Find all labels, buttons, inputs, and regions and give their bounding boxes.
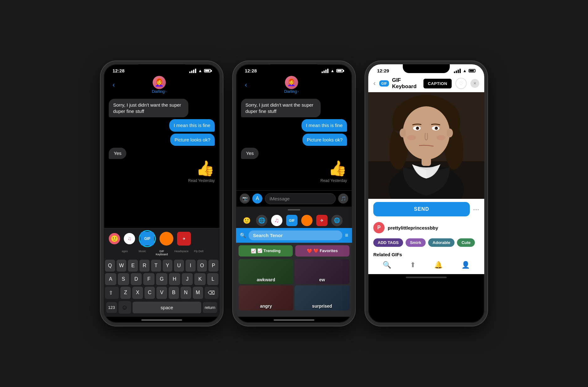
app-2-gif[interactable]: GIF: [286, 215, 297, 226]
message-incoming-1: Sorry, I just didn't want the super dupe…: [109, 99, 188, 117]
app-2-globe2[interactable]: 🌐: [331, 215, 343, 226]
user-info-bar: P prettylittleprincessbby: [368, 220, 484, 236]
key-y[interactable]: Y: [163, 260, 173, 272]
close-button-3[interactable]: ✕: [470, 79, 479, 88]
key-delete[interactable]: ⌫: [205, 287, 218, 299]
thumbs-up-1: 👍: [196, 161, 215, 176]
key-r[interactable]: R: [139, 260, 150, 272]
gif-badge: GIF: [379, 80, 389, 87]
key-s[interactable]: S: [118, 273, 129, 285]
gif-label-surprised: surprised: [312, 304, 332, 309]
nav-search-icon[interactable]: 🔍: [383, 261, 391, 269]
gif-search-bar: 🔍 ≡: [236, 228, 352, 243]
app-2-delta[interactable]: ✈: [316, 215, 328, 226]
wifi-icon-2: ▲: [330, 68, 334, 73]
key-emoji[interactable]: ☺: [118, 301, 131, 314]
app-stickers[interactable]: 🙂: [109, 233, 120, 244]
avatar-1: 👩‍🦰: [153, 76, 166, 89]
svg-point-14: [447, 129, 453, 137]
nav-person-icon[interactable]: 👤: [461, 261, 470, 269]
trending-button[interactable]: 📈 📈 Trending: [239, 245, 293, 257]
app-2-orange[interactable]: [301, 215, 312, 226]
key-v[interactable]: V: [156, 287, 167, 299]
back-button-2[interactable]: ‹: [242, 80, 249, 90]
gif-tile-angry[interactable]: angry: [239, 285, 293, 310]
key-return[interactable]: return: [203, 302, 217, 313]
send-button[interactable]: SEND: [373, 202, 470, 216]
gif-preview-image: [368, 92, 484, 199]
gif-keyboard-title: GIF Keyboard: [392, 77, 420, 90]
user-avatar: P: [373, 222, 385, 233]
gif-tile-awkward[interactable]: awkward: [239, 259, 293, 284]
app-fly-delta[interactable]: ✈: [177, 232, 191, 246]
tag-cute[interactable]: Cute: [457, 238, 475, 247]
key-z[interactable]: Z: [120, 287, 131, 299]
audio-button[interactable]: 🎵: [338, 194, 348, 204]
contact-name-1[interactable]: Darling ›: [152, 89, 166, 94]
caption-button[interactable]: CAPTION: [423, 79, 452, 88]
app-2-globe[interactable]: 🌐: [256, 215, 267, 226]
key-e[interactable]: E: [128, 260, 138, 272]
gif-search-input[interactable]: [249, 231, 342, 240]
app-2-music[interactable]: ♫: [271, 215, 282, 226]
imessage-input[interactable]: iMessage: [265, 193, 336, 204]
time-3: 12:29: [377, 68, 389, 73]
key-o[interactable]: O: [197, 260, 207, 272]
nav-share-icon[interactable]: ⬆: [410, 261, 416, 269]
contact-name-2[interactable]: Darling ›: [284, 89, 299, 94]
label-fly: Fly Delt: [192, 250, 206, 253]
app-gif-selected[interactable]: GIF: [139, 230, 156, 247]
key-c[interactable]: C: [144, 287, 155, 299]
gif-label-angry: angry: [260, 304, 272, 309]
key-q[interactable]: Q: [105, 260, 115, 272]
heart-button[interactable]: ♡: [455, 78, 467, 89]
key-m[interactable]: M: [193, 287, 203, 299]
back-chevron-3[interactable]: ‹: [373, 79, 375, 87]
nav-bar-2: ‹ 👩‍🦰 Darling ›: [236, 75, 352, 96]
tag-smirk[interactable]: Smirk: [406, 238, 426, 247]
app-headspace[interactable]: [160, 232, 173, 246]
camera-button[interactable]: 📷: [240, 194, 250, 204]
tag-adorable[interactable]: Adorable: [428, 238, 454, 247]
app-gif[interactable]: GIF: [140, 232, 154, 246]
key-n[interactable]: N: [181, 287, 191, 299]
key-space[interactable]: space: [133, 302, 201, 313]
key-h[interactable]: H: [169, 273, 180, 285]
send-bar: SEND ···: [368, 199, 484, 220]
key-shift[interactable]: ⇧: [105, 287, 119, 299]
bottom-nav: 🔍 ⬆ 🔔 👤: [368, 258, 484, 274]
add-tags-button[interactable]: ADD TAGS: [373, 238, 403, 247]
key-k[interactable]: K: [194, 273, 206, 285]
home-indicator-1: [141, 319, 182, 321]
key-b[interactable]: B: [169, 287, 179, 299]
filter-icon[interactable]: ≡: [345, 232, 348, 239]
app-music[interactable]: ♫: [124, 233, 135, 244]
keyboard-row-2: A S D F G H J K L: [105, 273, 218, 285]
key-w[interactable]: W: [117, 260, 127, 272]
key-l[interactable]: L: [207, 273, 218, 285]
gif-tile-ew[interactable]: ew: [295, 259, 349, 284]
key-t[interactable]: T: [151, 260, 161, 272]
key-p[interactable]: P: [208, 260, 218, 272]
key-g[interactable]: G: [156, 273, 167, 285]
appstore-button[interactable]: A: [252, 194, 262, 204]
key-u[interactable]: U: [174, 260, 184, 272]
svg-point-12: [437, 135, 445, 140]
nav-bell-icon[interactable]: 🔔: [434, 261, 443, 269]
app-2-stickers[interactable]: 🙂: [241, 215, 252, 226]
key-f[interactable]: F: [143, 273, 155, 285]
gif-tile-surprised[interactable]: surprised: [295, 285, 349, 310]
status-bar-1: 12:28 ▲: [104, 64, 220, 75]
key-d[interactable]: D: [131, 273, 142, 285]
label-headspace: Headspace: [174, 250, 188, 253]
chevron-icon: ›: [165, 90, 166, 93]
more-dots-button[interactable]: ···: [473, 205, 479, 214]
back-button-1[interactable]: ‹: [110, 80, 117, 90]
key-123[interactable]: 123: [106, 302, 117, 313]
key-x[interactable]: X: [132, 287, 143, 299]
favorites-button[interactable]: ❤️ ❤️ Favorites: [295, 245, 349, 257]
key-j[interactable]: J: [182, 273, 193, 285]
key-i[interactable]: I: [186, 260, 196, 272]
nav-bar-1: ‹ 👩‍🦰 Darling ›: [104, 75, 220, 96]
key-a[interactable]: A: [105, 273, 116, 285]
